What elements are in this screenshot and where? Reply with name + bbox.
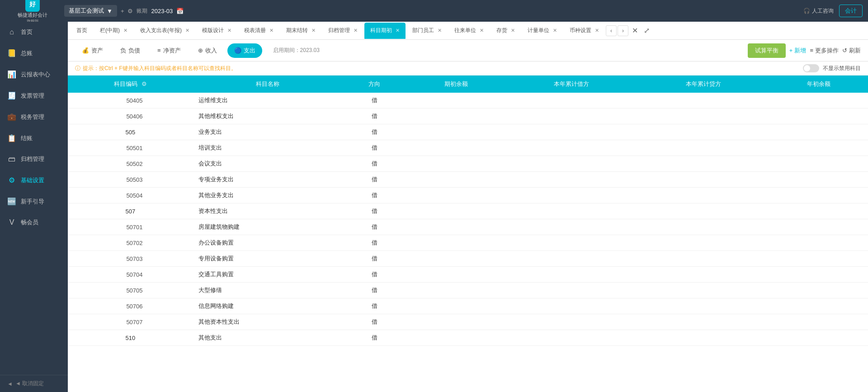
more-actions-button[interactable]: ≡ 更多操作 [810,47,839,55]
cell-direction: 借 [342,298,406,314]
tab-home[interactable]: 首页 [71,23,93,39]
tab-close-midterm[interactable]: ✕ [123,28,127,33]
tab-period-carry[interactable]: 期末结转 ✕ [280,23,321,39]
sidebar-label-member: 畅会员 [21,218,38,227]
table-row[interactable]: 50703专用设备购置借 [68,251,868,267]
sub-tab-income[interactable]: ⊕ 收入 [191,43,224,58]
sub-tab-liability[interactable]: 负 负债 [113,43,147,58]
cell-name: 交通工具购置 [193,267,342,283]
tab-subject-init[interactable]: 科目期初 ✕ [364,23,406,39]
tab-close-all-button[interactable]: ✕ [629,25,640,36]
add-button[interactable]: + 新增 [789,47,807,55]
table-row[interactable]: 510其他支出借 [68,330,868,346]
sidebar-item-home[interactable]: ⌂ 首页 [0,22,68,43]
sidebar-item-tax[interactable]: 💼 税务管理 [0,106,68,128]
table-row[interactable]: 50704交通工具购置借 [68,267,868,283]
table-row[interactable]: 507资本性支出借 [68,203,868,219]
tab-close-inventory[interactable]: ✕ [511,28,515,33]
tab-label-tax-form: 税表清册 [244,27,266,34]
sub-tab-asset[interactable]: 💰 资产 [75,43,110,58]
tab-close-tax-form[interactable]: ✕ [269,28,274,33]
tab-expand-button[interactable]: ⤢ [641,25,652,36]
tab-partner[interactable]: 往来单位 ✕ [448,23,490,39]
sub-tab-label-asset: 资产 [91,47,103,55]
sidebar-item-checkout[interactable]: 📋 结账 [0,128,68,149]
sub-tab-expense[interactable]: 🔵 支出 [227,43,262,58]
cell-name: 其他业务支出 [193,188,342,203]
table-row[interactable]: 50501培训支出借 [68,140,868,156]
cell-year-opening [769,93,868,109]
sub-tab-label-net-asset: 净资产 [163,47,181,55]
sidebar-item-member[interactable]: V 畅会员 [0,212,68,233]
cell-ytd-credit [637,330,769,346]
toggle-area[interactable]: 不显示禁用科目 [803,64,861,72]
tab-unit[interactable]: 计量单位 ✕ [522,23,563,39]
sidebar-collapse-button[interactable]: ◄ ◄ 取消固定 [0,375,68,392]
account-button[interactable]: 会计 [839,5,863,17]
cell-year-opening [769,203,868,219]
member-icon: V [7,218,16,227]
cell-year-opening [769,251,868,267]
sidebar-item-archive[interactable]: 🗃 归档管理 [0,149,68,170]
disabled-subject-toggle[interactable] [803,64,819,72]
tab-label-archive: 归档管理 [328,27,350,34]
tab-nav-next[interactable]: › [618,25,628,36]
sidebar-item-report[interactable]: 📊 云报表中心 [0,64,68,85]
tab-tax-form[interactable]: 税表清册 ✕ [238,23,279,39]
tab-close-dept-staff[interactable]: ✕ [438,28,442,33]
settings-icon[interactable]: ⚙ [127,8,133,14]
table-row[interactable]: 50405运维维支出借 [68,93,868,109]
tab-archive[interactable]: 归档管理 ✕ [322,23,363,39]
tab-close-subject-init[interactable]: ✕ [396,28,400,33]
expense-icon: 🔵 [234,47,241,54]
tab-dept-staff[interactable]: 部门员工 ✕ [406,23,448,39]
cell-ytd-credit [637,219,769,235]
add-project-icon[interactable]: + [121,8,124,14]
calc-balance-button[interactable]: 试算平衡 [748,43,786,58]
tab-template[interactable]: 模版设计 ✕ [196,23,237,39]
header-right: 🎧 人工咨询 会计 [803,5,863,17]
tab-label-midterm: 栏(中期) [100,27,120,34]
sidebar-item-ledger[interactable]: 📒 总账 [0,43,68,64]
tab-midterm[interactable]: 栏(中期) ✕ [94,23,133,39]
cell-code: 507 [68,203,193,219]
table-row[interactable]: 50705大型修缮借 [68,283,868,298]
table-row[interactable]: 50504其他业务支出借 [68,188,868,203]
table-row[interactable]: 50706信息网络购建借 [68,298,868,314]
tab-annual-report[interactable]: 收入支出表(年报) ✕ [134,23,195,39]
tab-close-period-carry[interactable]: ✕ [311,28,316,33]
table-row[interactable]: 505业务支出借 [68,124,868,140]
table-row[interactable]: 50502会议支出借 [68,156,868,172]
table-row[interactable]: 50701房屋建筑物购建借 [68,219,868,235]
col-ytd-credit: 本年累计贷方 [637,76,769,93]
hint-icon: ⓘ [75,65,80,72]
sidebar-item-settings[interactable]: ⚙ 基础设置 [0,170,68,191]
cell-ytd-debit [505,109,637,124]
table-row[interactable]: 50406其他维权支出借 [68,109,868,124]
cell-ytd-debit [505,140,637,156]
sidebar-label-archive: 归档管理 [21,155,44,163]
tab-currency[interactable]: 币种设置 ✕ [564,23,605,39]
sidebar-item-invoice[interactable]: 🧾 发票管理 [0,85,68,106]
tab-close-template[interactable]: ✕ [227,28,231,33]
cell-code: 50406 [68,109,193,124]
support-button[interactable]: 🎧 人工咨询 [803,7,834,15]
project-selector[interactable]: 基层工会测试 ▼ [64,5,117,17]
tab-close-currency[interactable]: ✕ [595,28,599,33]
tab-close-archive[interactable]: ✕ [354,28,358,33]
sidebar-item-guide[interactable]: 🆕 新手引导 [0,191,68,212]
tab-nav-prev[interactable]: ‹ [606,25,617,36]
calendar-icon[interactable]: 📅 [176,8,184,14]
cell-opening-balance [407,330,505,346]
tab-close-partner[interactable]: ✕ [480,28,484,33]
tab-close-annual-report[interactable]: ✕ [185,28,189,33]
col-settings-icon[interactable]: ⚙ [142,80,147,87]
cell-code: 510 [68,330,193,346]
table-row[interactable]: 50503专项业务支出借 [68,172,868,188]
sub-tab-net-asset[interactable]: ≡ 净资产 [151,43,188,58]
tab-close-unit[interactable]: ✕ [553,28,557,33]
table-row[interactable]: 50707其他资本性支出借 [68,314,868,330]
tab-inventory[interactable]: 存货 ✕ [491,23,521,39]
refresh-button[interactable]: ↺ 刷新 [842,47,861,55]
table-row[interactable]: 50702办公设备购置借 [68,235,868,251]
